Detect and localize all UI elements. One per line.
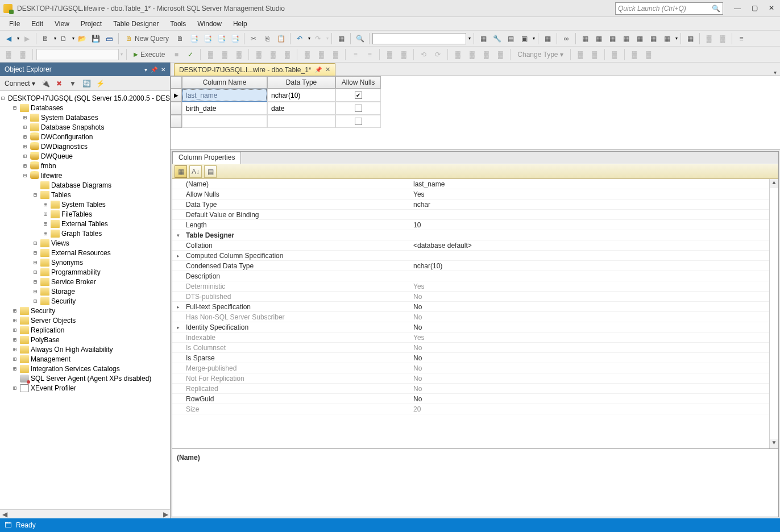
cp-row[interactable]: Allow NullsYes <box>172 189 778 200</box>
paste-icon[interactable]: 📋 <box>275 32 287 45</box>
server-node[interactable]: ⊟DESKTOP-I7\JGSQL (SQL Server 15.0.2000.… <box>1 93 169 103</box>
grid-header-data-type[interactable]: Data Type <box>267 76 335 89</box>
tb-icon-15[interactable]: ▦ <box>592 32 605 45</box>
grid-header-column-name[interactable]: Column Name <box>182 76 267 89</box>
scroll-up-icon[interactable]: ▲ <box>770 179 778 188</box>
minimize-button[interactable]: — <box>732 4 742 13</box>
grid-row-0[interactable]: ▶ last_name nchar(10) ✔ <box>171 89 780 102</box>
isc-node[interactable]: ⊞Integration Services Catalogs <box>1 364 169 373</box>
cp-row[interactable]: DeterministicYes <box>172 281 778 292</box>
server-objects-node[interactable]: ⊞Server Objects <box>1 315 169 325</box>
pin-icon[interactable]: 📌 <box>315 66 322 73</box>
cp-row[interactable]: ReplicatedNo <box>172 384 778 394</box>
cp-row[interactable]: ▸Full-text SpecificationNo <box>172 302 778 312</box>
grid-cell-name-1[interactable]: birth_date <box>182 102 267 115</box>
tb-icon-10[interactable]: ▤ <box>504 32 517 45</box>
menu-table-designer[interactable]: Table Designer <box>107 18 164 30</box>
grid-cell-type-1[interactable]: date <box>267 102 335 115</box>
undo-icon[interactable]: ↶ <box>293 32 306 45</box>
menu-help[interactable]: Help <box>227 18 253 30</box>
grid-cell-nulls-1[interactable] <box>335 102 381 115</box>
sort-icon[interactable]: A↓ <box>189 165 202 178</box>
quick-launch-input[interactable]: Quick Launch (Ctrl+Q) 🔍 <box>615 2 723 15</box>
tb-icon-6[interactable]: ▦ <box>335 32 347 45</box>
grid-cell-type-0[interactable]: nchar(10) <box>267 89 335 102</box>
maximize-button[interactable]: ▢ <box>749 4 760 13</box>
dwdiagnostics-node[interactable]: ⊞DWDiagnostics <box>1 142 169 151</box>
menu-tools[interactable]: Tools <box>164 18 192 30</box>
menu-project[interactable]: Project <box>75 18 107 30</box>
cp-row[interactable]: Is ColumnsetNo <box>172 343 778 353</box>
dwconfiguration-node[interactable]: ⊞DWConfiguration <box>1 132 169 142</box>
menu-file[interactable]: File <box>3 18 26 30</box>
checkbox-unchecked-icon[interactable] <box>355 105 362 112</box>
cp-row[interactable]: Merge-publishedNo <box>172 363 778 373</box>
tb-icon-17[interactable]: ▦ <box>620 32 632 45</box>
tb-icon-7[interactable]: 🔍 <box>354 32 366 45</box>
tab-close-icon[interactable]: ✕ <box>325 66 330 73</box>
tb-icon-1[interactable]: 🗎 <box>174 32 186 45</box>
database-snapshots-node[interactable]: ⊞Database Snapshots <box>1 122 169 132</box>
tb-icon-12[interactable]: ▦ <box>541 32 554 45</box>
oe-close-icon[interactable]: ✕ <box>161 66 165 73</box>
tb-icon-16[interactable]: ▦ <box>606 32 619 45</box>
document-tab[interactable]: DESKTOP-I7\JGSQL.l...wire - dbo.Table_1*… <box>174 63 335 76</box>
cp-row[interactable]: ▸Computed Column Specification <box>172 251 778 261</box>
security-node[interactable]: ⊞Security <box>1 306 169 315</box>
save-all-icon[interactable]: 🗃 <box>103 32 115 45</box>
database-selector[interactable] <box>372 33 466 44</box>
filetables-node[interactable]: ⊞FileTables <box>1 209 169 219</box>
oe-refresh-icon[interactable]: 🔄 <box>81 78 92 89</box>
oe-tree[interactable]: ⊟DESKTOP-I7\JGSQL (SQL Server 15.0.2000.… <box>0 91 170 509</box>
fmbn-node[interactable]: ⊞fmbn <box>1 161 169 171</box>
grid-row-new[interactable] <box>171 115 780 128</box>
cp-row[interactable]: Size20 <box>172 404 778 414</box>
scroll-down-icon[interactable]: ▼ <box>770 439 778 448</box>
cp-vscroll[interactable]: ▲ ▼ <box>769 179 778 448</box>
lifewire-node[interactable]: ⊟lifewire <box>1 171 169 180</box>
scroll-right-icon[interactable]: ▶ <box>161 510 170 518</box>
external-tables-node[interactable]: ⊞External Tables <box>1 219 169 228</box>
cp-row[interactable]: Length10 <box>172 220 778 230</box>
views-node[interactable]: ⊞Views <box>1 238 169 248</box>
tb-icon-14[interactable]: ▦ <box>579 32 591 45</box>
cp-body[interactable]: (Name)last_nameAllow NullsYesData Typenc… <box>172 179 778 448</box>
tb-icon-4[interactable]: 📑 <box>215 32 227 45</box>
xevent-node[interactable]: ⊞XEvent Profiler <box>1 383 169 393</box>
tables-node[interactable]: ⊟Tables <box>1 190 169 200</box>
back-icon[interactable]: ◀ <box>2 32 15 45</box>
tb-icon-9[interactable]: 🔧 <box>491 32 503 45</box>
oe-tb-2[interactable]: ✖ <box>53 78 65 89</box>
service-broker-node[interactable]: ⊞Service Broker <box>1 277 169 286</box>
oe-hscroll[interactable]: ◀ ▶ <box>0 509 170 518</box>
tb-icon-5[interactable]: 📑 <box>229 32 241 45</box>
tb-icon-13[interactable]: ∞ <box>560 32 572 45</box>
close-button[interactable]: ✕ <box>766 4 777 13</box>
cp-tab[interactable]: Column Properties <box>172 152 241 164</box>
grid-header-allow-nulls[interactable]: Allow Nulls <box>335 76 381 89</box>
cp-row[interactable]: Data Typenchar <box>172 200 778 210</box>
cp-row[interactable]: Collation<database default> <box>172 240 778 251</box>
cp-row[interactable]: Is SparseNo <box>172 353 778 363</box>
system-tables-node[interactable]: ⊞System Tables <box>1 200 169 209</box>
cp-row[interactable]: Default Value or Binding <box>172 210 778 220</box>
programmability-node[interactable]: ⊞Programmability <box>1 267 169 277</box>
cp-tb-3[interactable]: ▤ <box>204 165 217 178</box>
cp-row[interactable]: Not For ReplicationNo <box>172 373 778 384</box>
security-db-node[interactable]: ⊞Security <box>1 296 169 306</box>
tb-icon-11[interactable]: ▣ <box>518 32 530 45</box>
cp-row[interactable]: (Name)last_name <box>172 179 778 189</box>
categorize-icon[interactable]: ▦ <box>175 165 187 178</box>
agent-node[interactable]: SQL Server Agent (Agent XPs disabled) <box>1 373 169 383</box>
save-icon[interactable]: 💾 <box>89 32 102 45</box>
cp-row[interactable]: Condensed Data Typenchar(10) <box>172 261 778 271</box>
column-grid[interactable]: Column Name Data Type Allow Nulls ▶ last… <box>171 76 780 150</box>
tb-icon-8[interactable]: ▦ <box>477 32 489 45</box>
scroll-left-icon[interactable]: ◀ <box>0 510 9 518</box>
tb-icon-3[interactable]: 📑 <box>201 32 214 45</box>
databases-node[interactable]: ⊟Databases <box>1 103 169 113</box>
new-project-icon[interactable]: 🗎 <box>39 32 52 45</box>
change-type-button[interactable]: Change Type ▾ <box>514 51 567 59</box>
external-resources-node[interactable]: ⊞External Resources <box>1 248 169 257</box>
tab-dropdown-icon[interactable]: ▾ <box>774 69 777 76</box>
